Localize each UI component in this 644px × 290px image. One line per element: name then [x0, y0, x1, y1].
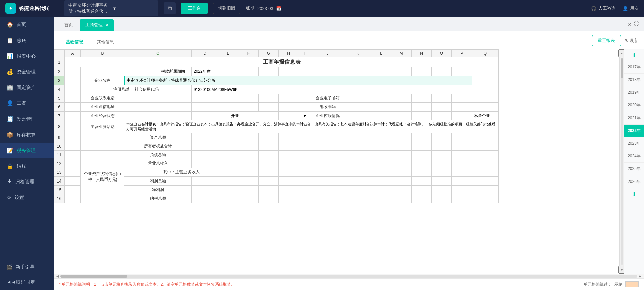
r11-p[interactable]	[452, 151, 472, 159]
r12-p[interactable]	[452, 159, 472, 168]
r11-f[interactable]	[238, 151, 259, 159]
r16-n[interactable]	[412, 194, 432, 203]
workbench-button[interactable]: 工作台	[181, 3, 208, 14]
col-g[interactable]: G	[259, 50, 279, 57]
h-scroll-bar[interactable]: ◀ ▶	[54, 274, 644, 278]
r13-j[interactable]	[311, 168, 344, 177]
sidebar-unfix[interactable]: ◄◄取消固定	[0, 275, 54, 290]
r16-j[interactable]	[311, 194, 344, 203]
r15-p[interactable]	[452, 186, 472, 194]
year-nav-down[interactable]: ⬇	[624, 188, 644, 200]
support-item[interactable]: 🎧 人工咨询	[591, 5, 616, 11]
r11-n[interactable]	[412, 151, 432, 159]
r12-f[interactable]	[238, 159, 259, 168]
r14-q[interactable]	[472, 177, 499, 186]
r7-n[interactable]	[412, 112, 432, 120]
r6-l[interactable]	[371, 103, 391, 112]
r13-p[interactable]	[452, 168, 472, 177]
r13-o[interactable]	[432, 168, 452, 177]
r12-h[interactable]	[279, 159, 299, 168]
year-2024[interactable]: 2024年	[624, 150, 644, 163]
r9-o[interactable]	[432, 133, 452, 142]
r6-d[interactable]	[192, 103, 218, 112]
col-n[interactable]: N	[412, 50, 432, 57]
r10-g[interactable]	[259, 142, 279, 151]
calendar-icon[interactable]: 📅	[276, 6, 281, 11]
r9-i[interactable]	[299, 133, 311, 142]
col-d[interactable]: D	[192, 50, 218, 57]
r13-n[interactable]	[412, 168, 432, 177]
r11-l[interactable]	[371, 151, 391, 159]
sidebar-item-newuser[interactable]: 🎬 新手引导	[0, 259, 54, 275]
r14-g[interactable]	[259, 177, 279, 186]
r14-o[interactable]	[432, 177, 452, 186]
r10-j[interactable]	[311, 142, 344, 151]
r8-content[interactable]: 审查企业会计报表；出具审计报告；验证企业资本；出具验资报告；办理企业合开、分立、…	[124, 120, 499, 133]
r11-h[interactable]	[279, 151, 299, 159]
r13-i[interactable]	[299, 168, 311, 177]
r12-d[interactable]	[192, 159, 218, 168]
r2-def[interactable]: 2022年度	[192, 67, 259, 76]
r9-m[interactable]	[391, 133, 412, 142]
window-expand-icon[interactable]: ⛶	[634, 21, 639, 28]
r10-d[interactable]	[192, 142, 218, 151]
r16-l[interactable]	[371, 194, 391, 203]
r5-h[interactable]	[279, 94, 299, 103]
r6-p[interactable]	[452, 103, 472, 112]
col-l[interactable]: L	[371, 50, 391, 57]
r5-q[interactable]	[472, 94, 499, 103]
r13-q[interactable]	[472, 168, 499, 177]
r9-d[interactable]	[192, 133, 218, 142]
sidebar-item-close[interactable]: 🔒 结账	[0, 158, 54, 174]
r15-n[interactable]	[412, 186, 432, 194]
r15-i[interactable]	[299, 186, 311, 194]
r10-e[interactable]	[218, 142, 238, 151]
year-nav-up[interactable]: ⬆	[624, 49, 644, 61]
col-m[interactable]: M	[391, 50, 412, 57]
sidebar-item-invoice[interactable]: 🧾 发票管理	[0, 111, 54, 127]
r15-j[interactable]	[311, 186, 344, 194]
r7-l[interactable]	[371, 112, 391, 120]
col-o[interactable]: O	[432, 50, 452, 57]
r6-n[interactable]	[412, 103, 432, 112]
r9-e[interactable]	[218, 133, 238, 142]
r7-i-arrow[interactable]: ▼	[299, 112, 311, 120]
old-version-button[interactable]: 切到旧版	[213, 3, 240, 14]
sidebar-item-inventory[interactable]: 📦 库存核算	[0, 127, 54, 143]
r10-p[interactable]	[452, 142, 472, 151]
r7-h[interactable]	[279, 112, 299, 120]
r6-k[interactable]	[344, 103, 371, 112]
r11-o[interactable]	[432, 151, 452, 159]
r13-g[interactable]	[259, 168, 279, 177]
sidebar-item-ledger[interactable]: 📋 总账	[0, 32, 54, 48]
r14-m[interactable]	[391, 177, 412, 186]
r12-m[interactable]	[391, 159, 412, 168]
r5-k[interactable]	[344, 94, 371, 103]
r16-o[interactable]	[432, 194, 452, 203]
sidebar-item-settings[interactable]: ⚙ 设置	[0, 190, 54, 205]
r15-k[interactable]	[344, 186, 371, 194]
v-scroll-track[interactable]	[621, 58, 623, 265]
sidebar-item-tax[interactable]: 📝 税务管理	[0, 143, 54, 158]
sidebar-item-finance[interactable]: 💰 资金管理	[0, 64, 54, 80]
r16-g[interactable]	[259, 194, 279, 203]
col-i[interactable]: I	[299, 50, 311, 57]
r12-g[interactable]	[259, 159, 279, 168]
r5-l[interactable]	[371, 94, 391, 103]
r14-e[interactable]	[218, 177, 238, 186]
r5-m[interactable]	[391, 94, 412, 103]
r10-m[interactable]	[391, 142, 412, 151]
r15-f[interactable]	[238, 186, 259, 194]
r15-h[interactable]	[279, 186, 299, 194]
r9-h[interactable]	[279, 133, 299, 142]
window-close-icon[interactable]: ×	[628, 21, 631, 28]
h-scroll-thumb[interactable]	[60, 275, 127, 278]
r16-f[interactable]	[238, 194, 259, 203]
r6-g[interactable]	[259, 103, 279, 112]
r9-n[interactable]	[412, 133, 432, 142]
r4-value[interactable]: 91320100MA208E5W6K	[192, 85, 499, 94]
tab-close-icon[interactable]: ×	[106, 23, 108, 27]
sidebar-item-assets[interactable]: 🏢 固定资产	[0, 80, 54, 95]
r16-i[interactable]	[299, 194, 311, 203]
col-a[interactable]: A	[65, 50, 81, 57]
